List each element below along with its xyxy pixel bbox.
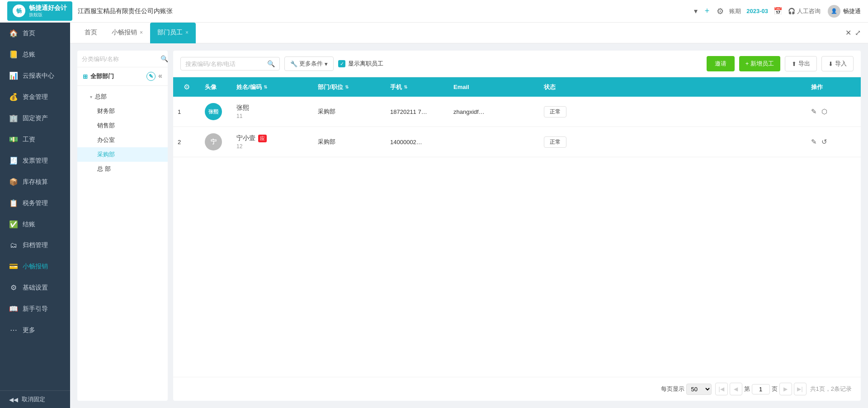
company-dropdown-arrow[interactable]: ▾ [694, 7, 698, 15]
settings-icon[interactable]: ⚙ [717, 6, 724, 16]
logo-text: 畅捷通好会计 [29, 4, 67, 12]
invite-button[interactable]: 邀请 [707, 56, 735, 71]
tab-close-window-button[interactable]: ✕ [845, 28, 851, 37]
calendar-icon[interactable]: 📅 [774, 7, 783, 15]
dept-collapse-icon[interactable]: « [158, 72, 162, 81]
col-name: 姓名/编码 ⇅ [232, 77, 313, 97]
user-area[interactable]: 👤 畅捷通 [828, 5, 861, 18]
sidebar-item-guide[interactable]: 📖 新手引导 [0, 298, 70, 319]
tabs-bar: 首页 小畅报销 × 部门员工 × ✕ ⤢ [70, 23, 868, 43]
restore-button[interactable]: ↺ [821, 138, 827, 146]
dept-search-icon[interactable]: 🔍 [160, 55, 168, 62]
tab-expense-report[interactable]: 小畅报销 × [104, 23, 150, 43]
tab-dept-close[interactable]: × [185, 29, 189, 36]
sidebar-item-expense[interactable]: 💳 小畅报销 [0, 256, 70, 277]
filter-button[interactable]: 🔧 更多条件 ▾ [284, 56, 334, 71]
emp-search-input[interactable] [185, 61, 264, 67]
table-row: 1 张熙 张熙 11 采购部 18720211 7… zhangxidf [173, 97, 861, 127]
sidebar-item-invoice[interactable]: 🧾 发票管理 [0, 150, 70, 171]
employee-code: 12 [236, 143, 267, 150]
phone-sort-icon[interactable]: ⇅ [404, 84, 407, 89]
cell-dept: 采购部 [313, 127, 386, 157]
sidebar-item-fixed-assets[interactable]: 🏢 固定资产 [0, 108, 70, 129]
fixed-assets-icon: 🏢 [9, 114, 18, 122]
page-size-dropdown[interactable]: 50 100 200 [686, 384, 712, 395]
logo-sub: 旗舰版 [29, 12, 67, 18]
status-badge: 正常 [544, 136, 566, 148]
sidebar-item-finance[interactable]: 💰 资金管理 [0, 86, 70, 108]
sidebar-label-more: 更多 [23, 326, 35, 334]
tab-dept-label: 部门员工 [157, 28, 183, 37]
tab-expand-button[interactable]: ⤢ [855, 28, 861, 37]
name-sort-icon[interactable]: ⇅ [264, 84, 267, 89]
dept-search-input[interactable] [82, 56, 158, 62]
prev-page-button[interactable]: ◀ [730, 383, 742, 395]
sidebar-label-closing: 结账 [23, 220, 35, 229]
edit-button[interactable]: ✎ [811, 108, 817, 116]
edit-button[interactable]: ✎ [811, 138, 817, 146]
pagination: 每页显示 50 100 200 |◀ ◀ 第 页 ▶ [173, 377, 861, 401]
export-button[interactable]: ⬆ 导出 [785, 56, 817, 71]
tab-dept-employee[interactable]: 部门员工 × [150, 23, 196, 43]
dept-node-purchase[interactable]: 采购部 [77, 147, 168, 162]
company-name: 江西服宝精品有限责任公司内账张 [78, 7, 689, 15]
table-settings-button[interactable]: ⚙ [184, 83, 190, 91]
more-icon: ⋯ [9, 326, 18, 334]
tab-expense-label: 小畅报销 [112, 28, 137, 37]
import-icon: ⬇ [828, 61, 833, 67]
dept-tree: ▾ 总部 财务部 销售部 办公室 采购部 [77, 86, 168, 401]
avatar: 张熙 [205, 103, 222, 120]
col-phone: 手机 ⇅ [386, 77, 449, 97]
col-dept: 部门/职位 ⇅ [313, 77, 386, 97]
filter-down-icon: ▾ [325, 61, 328, 67]
tax-icon: 📋 [9, 199, 18, 207]
sidebar-item-tax[interactable]: 📋 税务管理 [0, 192, 70, 214]
sidebar-item-salary[interactable]: 💵 工资 [0, 129, 70, 150]
dept-edit-icon[interactable]: ✎ [146, 72, 156, 81]
dept-sort-icon[interactable]: ⇅ [345, 84, 349, 89]
sidebar-label-tax: 税务管理 [23, 199, 48, 207]
table-settings-cell: ⚙ [173, 77, 200, 97]
add-button[interactable]: + [703, 6, 712, 16]
show-resigned-checkbox[interactable]: ✓ 显示离职员工 [338, 60, 383, 68]
add-employee-button[interactable]: + 新增员工 [739, 56, 780, 71]
emp-search-icon[interactable]: 🔍 [267, 60, 275, 67]
next-page-button[interactable]: ▶ [779, 383, 792, 395]
import-button[interactable]: ⬇ 导入 [821, 56, 854, 71]
invoice-icon: 🧾 [9, 156, 18, 165]
first-page-button[interactable]: |◀ [715, 383, 728, 395]
tab-home[interactable]: 首页 [77, 23, 104, 43]
sidebar-item-reports[interactable]: 📊 云报表中心 [0, 65, 70, 86]
tab-expense-close[interactable]: × [140, 29, 143, 36]
dept-node-office[interactable]: 办公室 [77, 133, 168, 147]
page-size-label: 每页显示 [661, 385, 684, 393]
dept-node-general2[interactable]: 总 部 [77, 162, 168, 176]
col-action: 操作 [807, 77, 861, 97]
import-label: 导入 [835, 60, 847, 68]
sidebar-item-archive[interactable]: 🗂 归档管理 [0, 235, 70, 256]
archive-icon: 🗂 [9, 241, 18, 249]
page-input[interactable] [752, 384, 770, 394]
sidebar-label-archive: 归档管理 [23, 241, 48, 249]
sidebar-item-inventory[interactable]: 📦 库存核算 [0, 171, 70, 192]
sidebar-label-reports: 云报表中心 [23, 72, 54, 80]
last-page-button[interactable]: ▶| [794, 383, 807, 395]
sidebar-label-fixed-assets: 固定资产 [23, 114, 48, 122]
cell-actions: ✎ ↺ [807, 127, 861, 157]
dept-node-finance[interactable]: 财务部 [77, 104, 168, 118]
page-size-select: 每页显示 50 100 200 [661, 384, 712, 395]
service-button[interactable]: 🎧 人工咨询 [788, 7, 821, 15]
dept-node-sales[interactable]: 销售部 [77, 118, 168, 133]
sidebar-item-ledger[interactable]: 📒 总账 [0, 44, 70, 65]
sidebar-item-home[interactable]: 🏠 首页 [0, 23, 70, 44]
logout-button[interactable]: ⬡ [821, 108, 827, 116]
emp-table: ⚙ 头像 姓名/编码 ⇅ 部门/职位 ⇅ 手机 ⇅ [173, 77, 861, 377]
sidebar-item-closing[interactable]: ✅ 结账 [0, 214, 70, 235]
sidebar-label-invoice: 发票管理 [23, 157, 48, 165]
sidebar-item-settings[interactable]: ⚙ 基础设置 [0, 277, 70, 298]
expense-icon: 💳 [9, 262, 18, 271]
dept-node-general[interactable]: ▾ 总部 [77, 89, 168, 104]
sidebar-item-more[interactable]: ⋯ 更多 [0, 319, 70, 341]
cancel-fix-button[interactable]: ◀◀ 取消固定 [0, 390, 70, 408]
dept-expand-icon: ▾ [90, 94, 92, 99]
